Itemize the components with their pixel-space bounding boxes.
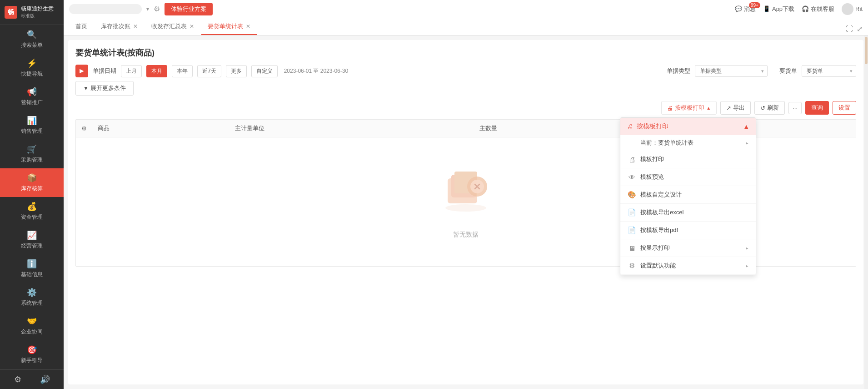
settings-footer-icon[interactable]: ⚙: [14, 374, 21, 384]
sidebar-item-basic[interactable]: ℹ️ 基础信息: [0, 254, 64, 283]
user-avatar-item[interactable]: Rit: [842, 3, 863, 15]
empty-text: 暂无数据: [453, 231, 479, 239]
display-print-icon: 🖥: [628, 244, 636, 252]
display-print-left: 🖥 按显示打印: [628, 244, 670, 252]
print-display-print-item[interactable]: 🖥 按显示打印 ▸: [620, 239, 756, 257]
print-button[interactable]: 🖨 按模板打印 ▲: [661, 101, 717, 115]
sidebar-item-label: 销售管理: [21, 127, 43, 135]
sidebar-item-search[interactable]: 🔍 搜索菜单: [0, 25, 64, 54]
template-preview-icon: 👁: [628, 173, 636, 181]
tab-demand[interactable]: 要货单统计表 ✕: [201, 19, 257, 35]
sidebar-item-label: 新手引导: [21, 357, 43, 364]
app-name: 畅康通好生意: [21, 5, 54, 13]
doc-type-select[interactable]: 单据类型: [695, 65, 768, 77]
scroll-thumb[interactable]: [865, 37, 868, 64]
app-badge: 标准版: [21, 13, 54, 19]
print-export-pdf-item[interactable]: 📄 按模板导出pdf: [620, 222, 756, 239]
demand-col-select[interactable]: 要货单: [802, 65, 856, 77]
tab-home[interactable]: 首页: [69, 19, 94, 35]
date-current-month-btn[interactable]: 本月: [146, 65, 167, 77]
sales-icon: 📊: [27, 116, 37, 126]
sidebar-item-label: 经营管理: [21, 242, 43, 250]
export-pdf-icon: 📄: [628, 226, 636, 234]
tab-batch-label: 库存批次账: [101, 22, 130, 30]
ellipsis-button[interactable]: ···: [788, 102, 802, 114]
content-area: 要货单统计表(按商品) ► 单据日期 上月 本月 本年 近7天 更多 自定义 2…: [64, 35, 868, 389]
trial-button[interactable]: 体验行业方案: [165, 3, 213, 15]
sidebar-item-inventory[interactable]: 📦 库存核算: [0, 168, 64, 197]
print-template-design-item[interactable]: 🎨 模板自定义设计: [620, 186, 756, 204]
print-default-func-item[interactable]: ⚙ 设置默认功能 ▸: [620, 257, 756, 275]
print-current-arrow-icon: ▸: [746, 140, 748, 146]
app-download-item[interactable]: 📱 App下载: [763, 5, 794, 13]
vertical-scrollbar[interactable]: [864, 35, 868, 389]
tab-batch[interactable]: 库存批次账 ✕: [95, 19, 144, 35]
inventory-icon: 📦: [27, 173, 37, 183]
default-func-left: ⚙ 设置默认功能: [628, 262, 676, 270]
topbar-right: 💬 99+ 消息 📱 App下载 🎧 在线客服 Rit: [735, 3, 863, 15]
sidebar-item-label: 库存核算: [21, 185, 43, 192]
filter-bar: ► 单据日期 上月 本月 本年 近7天 更多 自定义 2023-06-01 至 …: [75, 65, 856, 77]
search-input[interactable]: [69, 4, 142, 14]
print-dropdown-title: 按模板打印: [637, 122, 668, 131]
tab-expand-icon[interactable]: ⤢: [857, 25, 863, 33]
print-current-item[interactable]: 当前：要货单统计表 ▸: [620, 135, 756, 151]
demand-type-label: 要货单: [779, 67, 797, 75]
user-name: Rit: [855, 5, 863, 12]
sidebar-item-shortcut[interactable]: ⚡ 快捷导航: [0, 54, 64, 82]
tab-maximize-icon[interactable]: ⛶: [846, 25, 853, 33]
print-header-icon: 🖨: [627, 123, 633, 130]
sidebar-item-enterprise[interactable]: 🤝 企业协同: [0, 312, 64, 340]
sidebar-item-newbie[interactable]: 🎯 新手引导: [0, 340, 64, 369]
online-service-item[interactable]: 🎧 在线客服: [802, 5, 834, 13]
audio-footer-icon[interactable]: 🔊: [40, 374, 50, 384]
default-func-arrow-icon: ▸: [746, 263, 748, 269]
query-button[interactable]: 查询: [805, 101, 829, 115]
date-last7days-btn[interactable]: 近7天: [197, 65, 221, 77]
notifications-item[interactable]: 💬 99+ 消息: [735, 5, 756, 13]
marketing-icon: 📢: [27, 87, 37, 97]
system-icon: ⚙️: [27, 288, 37, 298]
table-header-product: 商品: [92, 120, 229, 137]
print-dropdown-close-icon[interactable]: ▲: [743, 123, 749, 130]
print-dropdown-header[interactable]: 🖨 按模板打印 ▲: [620, 118, 756, 135]
print-export-excel-item[interactable]: 📄 按模板导出excel: [620, 204, 756, 222]
print-template-preview-item[interactable]: 👁 模板预览: [620, 168, 756, 186]
sidebar-item-finance[interactable]: 💰 资金管理: [0, 197, 64, 226]
topbar-gear-icon[interactable]: ⚙: [154, 5, 160, 13]
print-template-print-item[interactable]: 🖨 模板打印: [620, 151, 756, 168]
export-button[interactable]: ↗ 导出: [720, 101, 751, 115]
date-last-month-btn[interactable]: 上月: [121, 65, 142, 77]
refresh-label: 刷新: [767, 104, 779, 112]
tab-home-label: 首页: [75, 22, 87, 30]
sidebar: 畅 畅康通好生意 标准版 🔍 搜索菜单 ⚡ 快捷导航 📢 营销推广 📊 销售管理…: [0, 0, 64, 389]
tab-collection-close[interactable]: ✕: [190, 23, 194, 30]
search-wrap: [69, 4, 142, 14]
tab-batch-close[interactable]: ✕: [133, 23, 138, 30]
filter-expand-button[interactable]: ►: [75, 65, 88, 77]
sidebar-item-label: 企业协同: [21, 328, 43, 336]
sidebar-item-purchase[interactable]: 🛒 采购管理: [0, 140, 64, 168]
more-conditions-button[interactable]: ▼ 展开更多条件: [75, 81, 134, 96]
refresh-button[interactable]: ↺ 刷新: [754, 101, 785, 115]
date-current-year-btn[interactable]: 本年: [172, 65, 193, 77]
tab-collection[interactable]: 收发存汇总表 ✕: [145, 19, 200, 35]
sidebar-item-marketing[interactable]: 📢 营销推广: [0, 82, 64, 111]
tab-demand-close[interactable]: ✕: [246, 23, 250, 30]
date-more-btn[interactable]: 更多: [226, 65, 247, 77]
toolbar: 🖨 按模板打印 ▲ ↗ 导出 ↺ 刷新 ··· 查询 设置: [75, 101, 856, 115]
empty-illustration: [439, 165, 493, 223]
table-header-settings[interactable]: ⚙: [76, 120, 92, 137]
date-custom-btn[interactable]: 自定义: [251, 65, 278, 77]
column-settings-icon[interactable]: ⚙: [81, 125, 87, 132]
sidebar-item-operations[interactable]: 📈 经营管理: [0, 226, 64, 254]
sidebar-item-sales[interactable]: 📊 销售管理: [0, 111, 64, 140]
print-icon: 🖨: [667, 105, 673, 111]
enterprise-icon: 🤝: [27, 316, 37, 326]
bell-icon: 💬: [735, 5, 742, 12]
sidebar-item-system[interactable]: ⚙️ 系统管理: [0, 283, 64, 312]
sidebar-nav: 🔍 搜索菜单 ⚡ 快捷导航 📢 营销推广 📊 销售管理 🛒 采购管理 📦 库存核…: [0, 25, 64, 369]
purchase-icon: 🛒: [27, 144, 37, 154]
topbar-chevron-icon[interactable]: ▾: [146, 6, 149, 12]
settings-button[interactable]: 设置: [833, 101, 856, 115]
